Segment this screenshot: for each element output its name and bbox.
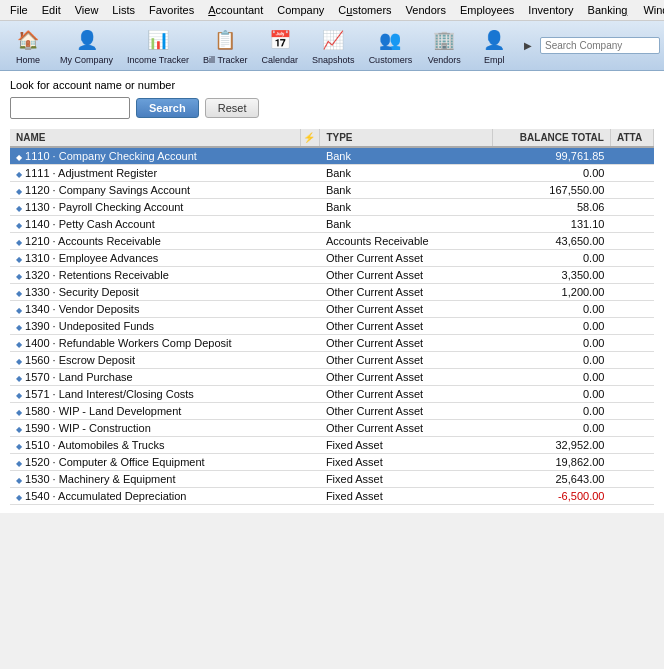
toolbar-customers[interactable]: 👥 Customers xyxy=(363,23,419,68)
row-icon xyxy=(301,199,320,216)
toolbar-income-tracker-label: Income Tracker xyxy=(127,55,189,65)
account-balance: 25,643.00 xyxy=(492,471,610,488)
account-id-name: ◆ 1571 · Land Interest/Closing Costs xyxy=(10,386,301,403)
toolbar-home[interactable]: 🏠 Home xyxy=(4,23,52,68)
account-id-name: ◆ 1140 · Petty Cash Account xyxy=(10,216,301,233)
table-row[interactable]: ◆ 1140 · Petty Cash Account Bank 131.10 xyxy=(10,216,654,233)
table-row[interactable]: ◆ 1320 · Retentions Receivable Other Cur… xyxy=(10,267,654,284)
row-icon xyxy=(301,182,320,199)
search-button[interactable]: Search xyxy=(136,98,199,118)
menu-edit[interactable]: Edit xyxy=(36,2,67,18)
menu-inventory[interactable]: Inventory xyxy=(522,2,579,18)
table-row[interactable]: ◆ 1571 · Land Interest/Closing Costs Oth… xyxy=(10,386,654,403)
menu-employees[interactable]: Employees xyxy=(454,2,520,18)
account-balance: 0.00 xyxy=(492,386,610,403)
account-id-name: ◆ 1560 · Escrow Deposit xyxy=(10,352,301,369)
toolbar-bill-tracker[interactable]: 📋 Bill Tracker xyxy=(197,23,254,68)
col-header-type: TYPE xyxy=(320,129,492,147)
toolbar-calendar[interactable]: 📅 Calendar xyxy=(256,23,305,68)
menu-banking[interactable]: Banking xyxy=(582,2,634,18)
table-row[interactable]: ◆ 1110 · Company Checking Account Bank 9… xyxy=(10,147,654,165)
account-id-name: ◆ 1120 · Company Savings Account xyxy=(10,182,301,199)
customers-icon: 👥 xyxy=(376,26,404,54)
table-row[interactable]: ◆ 1560 · Escrow Deposit Other Current As… xyxy=(10,352,654,369)
table-header-row: NAME ⚡ TYPE BALANCE TOTAL ATTA xyxy=(10,129,654,147)
diamond-icon: ◆ xyxy=(16,221,22,230)
diamond-icon: ◆ xyxy=(16,204,22,213)
account-type: Bank xyxy=(320,147,492,165)
account-type: Other Current Asset xyxy=(320,386,492,403)
table-row[interactable]: ◆ 1130 · Payroll Checking Account Bank 5… xyxy=(10,199,654,216)
toolbar-snapshots[interactable]: 📈 Snapshots xyxy=(306,23,361,68)
account-id-name: ◆ 1320 · Retentions Receivable xyxy=(10,267,301,284)
account-type: Other Current Asset xyxy=(320,318,492,335)
account-balance: 0.00 xyxy=(492,165,610,182)
reset-button[interactable]: Reset xyxy=(205,98,260,118)
col-header-attach: ATTA xyxy=(610,129,653,147)
menu-favorites[interactable]: Favorites xyxy=(143,2,200,18)
table-row[interactable]: ◆ 1390 · Undeposited Funds Other Current… xyxy=(10,318,654,335)
table-row[interactable]: ◆ 1330 · Security Deposit Other Current … xyxy=(10,284,654,301)
table-row[interactable]: ◆ 1530 · Machinery & Equipment Fixed Ass… xyxy=(10,471,654,488)
content-area: Look for account name or number Search R… xyxy=(0,71,664,513)
search-label: Look for account name or number xyxy=(10,79,654,91)
my-company-icon: 👤 xyxy=(73,26,101,54)
account-type: Accounts Receivable xyxy=(320,233,492,250)
account-type: Other Current Asset xyxy=(320,369,492,386)
menu-lists[interactable]: Lists xyxy=(106,2,141,18)
table-row[interactable]: ◆ 1590 · WIP - Construction Other Curren… xyxy=(10,420,654,437)
menu-window[interactable]: Window xyxy=(637,2,664,18)
row-icon xyxy=(301,267,320,284)
account-id-name: ◆ 1310 · Employee Advances xyxy=(10,250,301,267)
table-row[interactable]: ◆ 1510 · Automobiles & Trucks Fixed Asse… xyxy=(10,437,654,454)
diamond-icon: ◆ xyxy=(16,340,22,349)
diamond-icon: ◆ xyxy=(16,272,22,281)
toolbar-employees[interactable]: 👤 Empl xyxy=(470,23,518,68)
toolbar-my-company[interactable]: 👤 My Company xyxy=(54,23,119,68)
account-balance: 0.00 xyxy=(492,250,610,267)
row-icon xyxy=(301,318,320,335)
account-id-name: ◆ 1520 · Computer & Office Equipment xyxy=(10,454,301,471)
toolbar-more[interactable]: ▶ xyxy=(520,26,536,66)
table-row[interactable]: ◆ 1310 · Employee Advances Other Current… xyxy=(10,250,654,267)
table-row[interactable]: ◆ 1210 · Accounts Receivable Accounts Re… xyxy=(10,233,654,250)
toolbar-income-tracker[interactable]: 📊 Income Tracker xyxy=(121,23,195,68)
toolbar-vendors[interactable]: 🏢 Vendors xyxy=(420,23,468,68)
menu-company[interactable]: Company xyxy=(271,2,330,18)
menu-customers[interactable]: Customers xyxy=(332,2,397,18)
account-attach xyxy=(610,250,653,267)
table-row[interactable]: ◆ 1580 · WIP - Land Development Other Cu… xyxy=(10,403,654,420)
search-company-container xyxy=(540,37,660,54)
account-id-name: ◆ 1130 · Payroll Checking Account xyxy=(10,199,301,216)
account-attach xyxy=(610,284,653,301)
account-attach xyxy=(610,352,653,369)
table-row[interactable]: ◆ 1570 · Land Purchase Other Current Ass… xyxy=(10,369,654,386)
account-attach xyxy=(610,267,653,284)
table-row[interactable]: ◆ 1120 · Company Savings Account Bank 16… xyxy=(10,182,654,199)
row-icon xyxy=(301,488,320,505)
menu-accountant[interactable]: Accountant xyxy=(202,2,269,18)
table-row[interactable]: ◆ 1340 · Vendor Deposits Other Current A… xyxy=(10,301,654,318)
row-icon xyxy=(301,284,320,301)
menu-file[interactable]: File xyxy=(4,2,34,18)
account-balance: 32,952.00 xyxy=(492,437,610,454)
table-row[interactable]: ◆ 1111 · Adjustment Register Bank 0.00 xyxy=(10,165,654,182)
account-id-name: ◆ 1570 · Land Purchase xyxy=(10,369,301,386)
search-company-input[interactable] xyxy=(545,40,655,51)
account-attach xyxy=(610,216,653,233)
account-type: Bank xyxy=(320,165,492,182)
menu-view[interactable]: View xyxy=(69,2,105,18)
toolbar-home-label: Home xyxy=(16,55,40,65)
diamond-icon: ◆ xyxy=(16,153,22,162)
toolbar-customers-label: Customers xyxy=(369,55,413,65)
table-row[interactable]: ◆ 1520 · Computer & Office Equipment Fix… xyxy=(10,454,654,471)
menu-vendors[interactable]: Vendors xyxy=(400,2,452,18)
account-attach xyxy=(610,437,653,454)
table-row[interactable]: ◆ 1540 · Accumulated Depreciation Fixed … xyxy=(10,488,654,505)
table-row[interactable]: ◆ 1400 · Refundable Workers Comp Deposit… xyxy=(10,335,654,352)
row-icon xyxy=(301,165,320,182)
search-input[interactable] xyxy=(10,97,130,119)
account-id-name: ◆ 1111 · Adjustment Register xyxy=(10,165,301,182)
row-icon xyxy=(301,147,320,165)
account-attach xyxy=(610,199,653,216)
